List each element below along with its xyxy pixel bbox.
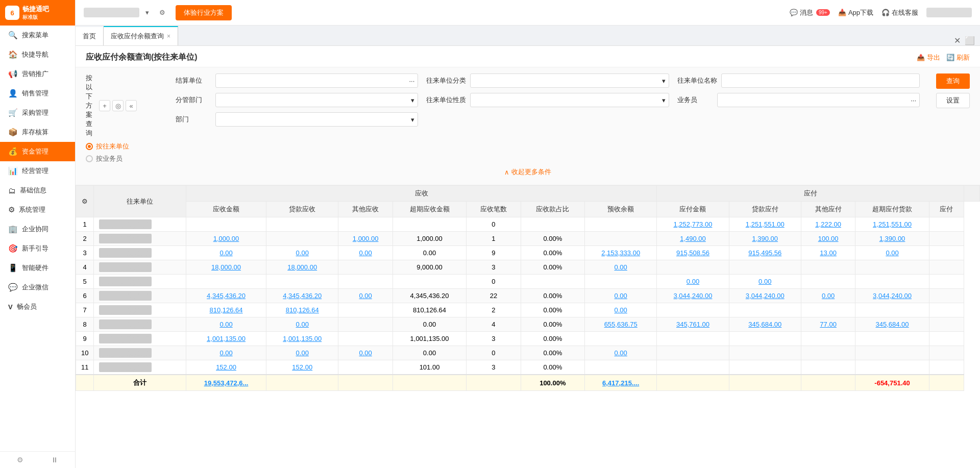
app-download-button[interactable]: 📥 App下载	[838, 8, 873, 17]
unit-name-input[interactable]	[721, 73, 920, 88]
sidebar-settings-button[interactable]: ⚙	[5, 456, 36, 464]
settlement-unit-input[interactable]: ···	[215, 73, 418, 88]
page-header-actions: 📤 导出 🔄 刷新	[917, 53, 970, 62]
footer-ap-amount	[657, 375, 729, 391]
tab-ar-ap[interactable]: 应收应付余额查询 ×	[104, 26, 178, 45]
marketing-icon: 📢	[8, 69, 18, 79]
purchase-icon: 🛒	[8, 108, 18, 117]
online-service-label: 在线客服	[892, 8, 918, 17]
footer-overdue-ap: -654,751.40	[855, 375, 929, 391]
filter-scheme-label: 按以下方案查询 + ◎ «	[86, 73, 137, 138]
footer-overdue-ar	[393, 375, 466, 391]
export-button[interactable]: 📤 导出	[917, 53, 940, 62]
option-by-staff-label: 按业务员	[96, 154, 122, 163]
table-wrapper[interactable]: ⚙ 往来单位 应收 应付 应收金额 贷款应收 其他应收 超期应收金额 应收笔数	[76, 185, 980, 468]
topbar-dropdown[interactable]: ▾	[145, 9, 149, 16]
sidebar-item-search-menu[interactable]: 🔍 搜索菜单	[0, 26, 75, 45]
app-logo: 6 畅捷通吧 标准版	[0, 0, 75, 26]
dept-input[interactable]: ▾	[215, 112, 418, 127]
footer-ar-amount[interactable]: 19,553,472,6...	[186, 375, 266, 391]
sidebar-collapse-button[interactable]: ⏸	[40, 456, 70, 464]
filter-field-unit-category: 往来单位分类 ▾	[426, 73, 669, 88]
member-icon: V	[8, 303, 13, 311]
add-scheme-button[interactable]: +	[99, 100, 110, 111]
unit-category-input[interactable]: ▾	[470, 73, 669, 88]
user-name-display[interactable]: ____	[926, 8, 972, 17]
option-by-unit-label: 按往来单位	[96, 142, 129, 151]
sidebar-item-operation[interactable]: 📊 经营管理	[0, 161, 75, 181]
chevron-down-icon[interactable]: ▾	[662, 77, 666, 85]
close-window-icon[interactable]: ✕	[954, 36, 961, 45]
filter-left-panel: 按以下方案查询 + ◎ « 按往来单位	[86, 73, 167, 163]
chevron-down-icon[interactable]: ▾	[662, 96, 666, 104]
unit-name-label: 往来单位名称	[677, 76, 717, 85]
main-area: ____ ▾ ⚙ 体验行业方案 💬 消息 99+ 📥 App下载 🎧 在线客服	[76, 0, 980, 468]
table-settings-icon[interactable]: ⚙	[76, 186, 94, 217]
message-label: 消息	[800, 8, 813, 17]
sidebar-item-label: 营销推广	[22, 69, 48, 79]
sidebar-item-inventory[interactable]: 📦 库存核算	[0, 122, 75, 142]
sidebar-item-quick-nav[interactable]: 🏠 快捷导航	[0, 45, 75, 64]
tab-home[interactable]: 首页	[76, 27, 104, 45]
message-button[interactable]: 💬 消息 99+	[790, 8, 830, 17]
radio-by-staff	[86, 155, 93, 162]
gear-icon: ⚙	[159, 9, 165, 16]
chevron-down-icon[interactable]: ▾	[411, 116, 414, 124]
salesperson-input[interactable]: ···	[717, 93, 920, 107]
sidebar-item-basic-info[interactable]: 🗂 基础信息	[0, 181, 75, 200]
home-tab-label: 首页	[83, 32, 96, 41]
page-title: 应收应付余额查询(按往来单位)	[86, 52, 198, 63]
collapse-more-button[interactable]: ∧ 收起更多条件	[86, 165, 970, 179]
col-ap-amount-header: 应付金额	[657, 202, 729, 217]
query-button[interactable]: 查询	[936, 73, 970, 89]
sidebar-item-enterprise[interactable]: 🏢 企业协同	[0, 219, 75, 239]
dots-icon[interactable]: ···	[911, 96, 916, 104]
filter-field-dept: 部门 ▾	[176, 112, 418, 127]
target-scheme-button[interactable]: ◎	[112, 100, 124, 111]
sidebar-item-purchase[interactable]: 🛒 采购管理	[0, 103, 75, 122]
sidebar-item-beginner[interactable]: 🎯 新手引导	[0, 239, 75, 258]
refresh-button[interactable]: 🔄 刷新	[946, 53, 970, 62]
topbar-gear-button[interactable]: ⚙	[155, 6, 169, 20]
unit-nature-input[interactable]: ▾	[470, 93, 669, 107]
partner-name: ▓▓▓▓▓▓▓▓▓▓	[94, 217, 186, 232]
dept-manage-input[interactable]: ▾	[215, 93, 418, 107]
tab-close-icon[interactable]: ×	[167, 33, 170, 40]
online-service-button[interactable]: 🎧 在线客服	[881, 8, 918, 17]
maximize-icon[interactable]: ⬜	[965, 36, 975, 45]
partner-name: ▓▓▓▓▓▓▓▓▓▓	[94, 260, 186, 275]
sidebar-item-system[interactable]: ⚙ 系统管理	[0, 200, 75, 219]
partner-name: ▓▓▓▓▓▓▓▓▓▓	[94, 246, 186, 260]
sidebar-item-finance[interactable]: 💰 资金管理	[0, 142, 75, 161]
setting-button[interactable]: 设置	[936, 93, 970, 108]
sidebar-item-hardware[interactable]: 📱 智能硬件	[0, 258, 75, 278]
table-row: 5▓▓▓▓▓▓▓▓▓▓00.000.00	[76, 275, 980, 289]
sidebar-item-sales[interactable]: 👤 销售管理	[0, 84, 75, 103]
filter-option-by-unit[interactable]: 按往来单位	[86, 142, 167, 151]
col-ar-amount-header: 应收金额	[186, 202, 266, 217]
col-ap-suffix	[964, 186, 980, 202]
promo-button[interactable]: 体验行业方案	[176, 5, 232, 20]
operation-icon: 📊	[8, 166, 18, 176]
unit-nature-label: 往来单位性质	[426, 95, 466, 105]
breadcrumb-blur: ____	[84, 8, 139, 17]
dots-icon[interactable]: ···	[409, 77, 414, 85]
filter-field-unit-name: 往来单位名称	[677, 73, 920, 88]
home-icon: 🏠	[8, 50, 18, 59]
wechat-icon: 💬	[8, 283, 18, 292]
table-row: 11▓▓▓▓▓▓▓▓▓▓152.00152.00101.0030.00%	[76, 360, 980, 375]
sidebar: 6 畅捷通吧 标准版 🔍 搜索菜单 🏠 快捷导航 📢 营销推广 👤 销售管理 🛒…	[0, 0, 76, 468]
message-badge: 99+	[816, 9, 830, 16]
footer-prepay[interactable]: 6,417,215....	[585, 375, 657, 391]
col-other-ap-header: 其他应付	[801, 202, 855, 217]
col-ar-ratio-header: 应收款占比	[521, 202, 584, 217]
sidebar-item-marketing[interactable]: 📢 营销推广	[0, 64, 75, 84]
table-row: 6▓▓▓▓▓▓▓▓▓▓4,345,436.204,345,436.200.004…	[76, 289, 980, 303]
chevron-down-icon[interactable]: ▾	[411, 96, 414, 104]
sidebar-item-wechat[interactable]: 💬 企业微信	[0, 278, 75, 297]
sidebar-item-member[interactable]: V 畅会员	[0, 297, 75, 316]
topbar: ____ ▾ ⚙ 体验行业方案 💬 消息 99+ 📥 App下载 🎧 在线客服	[76, 0, 980, 26]
filter-option-by-staff[interactable]: 按业务员	[86, 154, 167, 163]
footer-ar-count	[467, 375, 521, 391]
back-scheme-button[interactable]: «	[126, 100, 137, 111]
